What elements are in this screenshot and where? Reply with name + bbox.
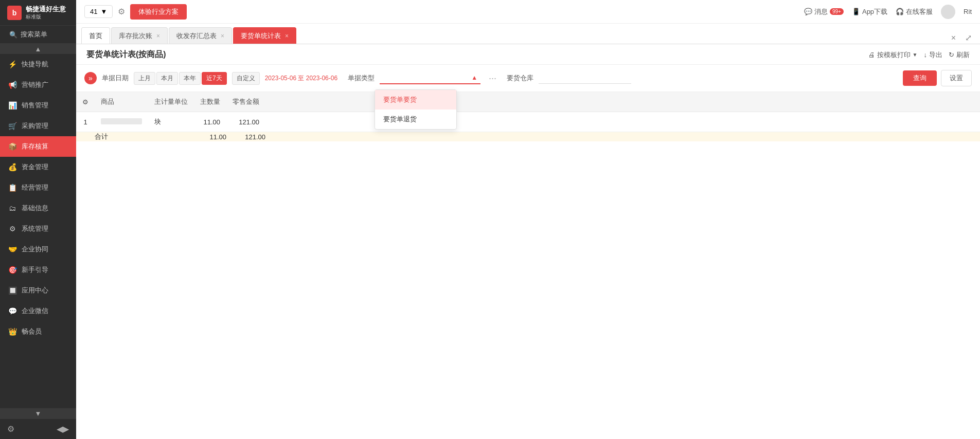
page-title: 要货单统计表(按商品) (86, 49, 166, 60)
print-btn[interactable]: 🖨 按模板打印 ▼ (868, 50, 918, 60)
query-btn[interactable]: 查询 (903, 70, 937, 86)
total-row: 合计 11.00 121.00 (76, 132, 980, 142)
th-qty: 主数量 (194, 92, 226, 112)
tab-batch[interactable]: 库存批次账 × (111, 27, 168, 44)
sidebar-item-sales[interactable]: 📊 销售管理 (0, 95, 76, 116)
guide-icon: 🎯 (7, 265, 17, 275)
sidebar-item-purchase[interactable]: 🛒 采购管理 (0, 116, 76, 136)
tab-order-stats[interactable]: 要货单统计表 × (233, 27, 296, 44)
settings-icon[interactable]: ⚙ (7, 424, 14, 434)
marketing-icon: 📢 (7, 80, 17, 90)
td-no: 1 (76, 112, 95, 132)
logo-icon: b (7, 6, 22, 20)
filter-more-btn[interactable]: ··· (489, 73, 496, 84)
tab-close-summary[interactable]: × (221, 32, 224, 40)
messages-btn[interactable]: 💬 消息 99+ (804, 7, 844, 16)
sidebar-item-finance[interactable]: 💰 资金管理 (0, 157, 76, 177)
expand-tab-btn[interactable]: ⤢ (962, 32, 975, 44)
tab-summary[interactable]: 收发存汇总表 × (169, 27, 232, 44)
scroll-up-btn[interactable]: ▲ (0, 44, 76, 54)
scroll-down-btn[interactable]: ▼ (0, 408, 76, 418)
sidebar-item-inventory[interactable]: 📦 库存核算 (0, 136, 76, 157)
type-label: 单据类型 (348, 74, 375, 83)
phone-icon: 📱 (852, 8, 860, 15)
type-select-input[interactable] (383, 74, 469, 82)
chevron-down-icon: ▼ (100, 8, 107, 15)
date-label: 单据日期 (102, 74, 129, 83)
warehouse-label: 要货仓库 (507, 74, 533, 83)
td-amount: 121.00 (226, 112, 265, 132)
top-bar: 41 ▼ ⚙ 体验行业方案 💬 消息 99+ 📱 App下载 🎧 在线客服 Ri… (76, 0, 980, 24)
sidebar-item-system[interactable]: ⚙ 系统管理 (0, 218, 76, 239)
search-menu[interactable]: 🔍 搜索菜单 (0, 26, 76, 44)
refresh-btn[interactable]: ↻ 刷新 (949, 50, 970, 60)
filter-expand-btn[interactable]: » (84, 72, 97, 84)
search-icon: 🔍 (9, 31, 17, 39)
sidebar-item-apps[interactable]: 🔲 应用中心 (0, 280, 76, 301)
tab-close-order-stats[interactable]: × (285, 32, 289, 40)
date-curr-month-btn[interactable]: 本月 (156, 72, 178, 85)
dropdown-item-order-goods[interactable]: 要货单要货 (375, 90, 456, 109)
headset-icon: 🎧 (896, 8, 904, 15)
settings-btn[interactable]: 设置 (941, 70, 972, 86)
basics-icon: 🗂 (7, 203, 17, 213)
sidebar: b 畅捷通好生意 标准版 🔍 搜索菜单 ▲ ⚡ 快捷导航 📢 营销推广 📊 销售… (0, 0, 76, 439)
goods-placeholder (101, 118, 142, 124)
date-custom-btn[interactable]: 自定义 (232, 72, 260, 85)
filter-actions: 查询 设置 (903, 70, 972, 86)
sidebar-item-operations[interactable]: 📋 经营管理 (0, 177, 76, 198)
td-unit: 块 (148, 112, 194, 132)
sidebar-item-vip[interactable]: 👑 畅会员 (0, 321, 76, 342)
avatar[interactable] (941, 5, 955, 19)
vip-icon: 👑 (7, 326, 17, 337)
total-extra (265, 132, 980, 142)
date-range: 2023-05-06 至 2023-06-06 (265, 74, 337, 83)
date-curr-year-btn[interactable]: 本年 (179, 72, 201, 85)
trial-btn[interactable]: 体验行业方案 (130, 4, 187, 20)
page-inner: 要货单统计表(按商品) 🖨 按模板打印 ▼ ↓ 导出 ↻ 刷新 (76, 44, 980, 439)
enterprise-icon: 🤝 (7, 244, 17, 254)
tab-home[interactable]: 首页 (81, 27, 110, 44)
th-extra (265, 92, 980, 112)
collapse-icon[interactable]: ◀▶ (57, 424, 69, 434)
warehouse-input[interactable] (539, 72, 631, 84)
td-goods (95, 112, 148, 132)
sidebar-item-guide[interactable]: 🎯 新手引导 (0, 260, 76, 280)
total-label: 合计 (95, 132, 148, 142)
company-select[interactable]: 41 ▼ (84, 5, 113, 18)
table-row: 1 块 11.00 121.00 (76, 112, 980, 132)
top-bar-left: 41 ▼ ⚙ 体验行业方案 (84, 4, 187, 20)
td-qty: 11.00 (194, 112, 226, 132)
total-empty (76, 132, 95, 142)
date-prev-month-btn[interactable]: 上月 (134, 72, 155, 85)
sidebar-item-quick-nav[interactable]: ⚡ 快捷导航 (0, 54, 76, 75)
tabs-bar: 首页 库存批次账 × 收发存汇总表 × 要货单统计表 × × ⤢ (76, 24, 980, 44)
user-name: Rit (964, 8, 972, 15)
close-all-tabs-btn[interactable]: × (948, 32, 959, 44)
top-bar-right: 💬 消息 99+ 📱 App下载 🎧 在线客服 Rit (804, 5, 972, 19)
purchase-icon: 🛒 (7, 121, 17, 131)
sidebar-item-enterprise[interactable]: 🤝 企业协同 (0, 239, 76, 260)
export-icon: ↓ (924, 51, 928, 59)
app-logo: b 畅捷通好生意 标准版 (0, 0, 76, 26)
operations-icon: 📋 (7, 182, 17, 193)
gear-icon[interactable]: ⚙ (118, 7, 125, 16)
page-content: 要货单统计表(按商品) 🖨 按模板打印 ▼ ↓ 导出 ↻ 刷新 (76, 44, 980, 439)
finance-icon: 💰 (7, 162, 17, 172)
main-area: 41 ▼ ⚙ 体验行业方案 💬 消息 99+ 📱 App下载 🎧 在线客服 Ri… (76, 0, 980, 439)
table-wrapper: ⚙ 商品 主计量单位 主数量 零售金额 1 (76, 92, 980, 141)
sidebar-item-wechat[interactable]: 💬 企业微信 (0, 301, 76, 321)
system-icon: ⚙ (7, 224, 17, 234)
export-btn[interactable]: ↓ 导出 (924, 50, 943, 60)
type-select[interactable]: ▲ (380, 72, 480, 84)
dropdown-item-order-return[interactable]: 要货单退货 (375, 109, 456, 129)
sidebar-item-basics[interactable]: 🗂 基础信息 (0, 198, 76, 218)
chevron-down-icon: ▼ (913, 52, 918, 58)
tab-close-batch[interactable]: × (156, 32, 160, 40)
date-week-btn[interactable]: 近7天 (202, 72, 227, 85)
app-download-btn[interactable]: 📱 App下载 (852, 7, 887, 16)
online-service-btn[interactable]: 🎧 在线客服 (896, 7, 933, 16)
sidebar-item-marketing[interactable]: 📢 营销推广 (0, 75, 76, 95)
th-settings[interactable]: ⚙ (76, 92, 95, 112)
print-icon: 🖨 (868, 51, 875, 59)
